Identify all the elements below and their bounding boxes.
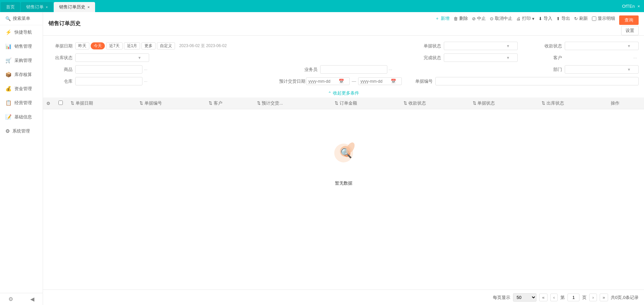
cancel-stop-button[interactable]: ⊙ 取消中止 [490, 15, 512, 22]
operations-icon: 📋 [5, 100, 12, 106]
empty-illustration: 🔍 [327, 136, 360, 176]
expected-date-from-input[interactable] [308, 79, 339, 84]
filter-row-2: 出库状态 ▾ 完成状态 ▾ 客户 ··· [48, 53, 639, 62]
show-detail-checkbox[interactable] [592, 16, 596, 21]
sidebar-item-system[interactable]: ⚙ 系统管理 [0, 124, 43, 138]
sidebar-item-basic-info[interactable]: 📝 基础信息 [0, 110, 43, 124]
sidebar-item-quick-nav[interactable]: ⚡ 快捷导航 [0, 25, 43, 39]
total-info: 共0页,0条记录 [611, 295, 639, 301]
order-number-label: 单据编号 [409, 78, 435, 84]
th-expected[interactable]: ⇅ 预计交货... [254, 98, 331, 109]
tab-sales-order-close[interactable]: × [46, 5, 48, 9]
tab-home[interactable]: 首页 [1, 2, 20, 12]
date-btn-today[interactable]: 今天 [91, 42, 105, 49]
tab-sales-order-history[interactable]: 销售订单历史 × [54, 2, 95, 12]
search-menu[interactable]: 🔍 搜索菜单 [0, 12, 43, 25]
date-buttons: 昨天 今天 近7天 近1月 更多 自定义 2023-06-02 至 2023-0… [75, 42, 227, 49]
sidebar-item-inventory[interactable]: 📦 库存核算 [0, 68, 43, 82]
select-all-checkbox[interactable] [58, 101, 63, 105]
salesperson-ellipsis[interactable]: ··· [389, 67, 392, 72]
last-page-button[interactable]: » [600, 294, 608, 301]
refresh-button[interactable]: ↻ 刷新 [574, 15, 588, 22]
expected-date-label: 预计交货日期 [279, 78, 306, 84]
calendar-to-icon[interactable]: 📅 [391, 79, 396, 84]
filter-row-4: 仓库 ··· 预计交货日期 📅 — 📅 单据编号 [48, 77, 639, 85]
basic-info-icon: 📝 [5, 114, 12, 120]
sidebar-item-basic-info-label: 基础信息 [14, 114, 32, 120]
page-unit-label: 页 [582, 295, 587, 301]
th-date[interactable]: ⇅ 单据日期 [67, 98, 136, 109]
salesperson-input[interactable] [320, 65, 387, 74]
system-icon: ⚙ [5, 128, 10, 134]
prev-page-button[interactable]: ‹ [550, 294, 558, 301]
tab-sales-order[interactable]: 销售订单 × [21, 2, 53, 12]
tab-sales-order-history-close[interactable]: × [87, 5, 89, 9]
delete-button[interactable]: 🗑 删除 [454, 15, 468, 22]
settings-button[interactable]: 设置 [621, 26, 639, 35]
show-detail-checkbox-label[interactable]: 显示明细 [592, 15, 615, 22]
page-number-input[interactable] [567, 294, 579, 301]
empty-svg: 🔍 [327, 136, 360, 170]
stop-button[interactable]: ⊘ 中止 [472, 15, 486, 22]
sidebar-item-finance[interactable]: 💰 资金管理 [0, 82, 43, 96]
order-number-input[interactable] [435, 77, 639, 85]
date-btn-7days[interactable]: 近7天 [106, 42, 123, 49]
date-btn-more[interactable]: 更多 [141, 42, 156, 49]
date-btn-custom[interactable]: 自定义 [157, 42, 175, 49]
order-status-select[interactable]: ▾ [444, 42, 518, 50]
main-content: 销售订单历史 ＋ + 新增 新增 🗑 删除 ⊘ 中止 [43, 12, 644, 305]
top-bar-close[interactable]: × [637, 4, 640, 9]
sidebar-item-sales-mgmt[interactable]: 📊 销售管理 [0, 39, 43, 53]
inventory-icon: 📦 [5, 72, 12, 78]
sidebar-collapse-icon[interactable]: ◀ [30, 296, 34, 302]
th-outbound-status[interactable]: ⇅ 出库状态 [538, 98, 607, 109]
query-button[interactable]: 查询 [619, 15, 639, 25]
th-amount[interactable]: ⇅ 订单金额 [331, 98, 400, 109]
search-icon: 🔍 [5, 16, 11, 21]
sidebar-item-purchase-mgmt[interactable]: 🛒 采购管理 [0, 53, 43, 68]
filter-row-3: 商品 ··· 业务员 ··· 部门 ▾ [48, 65, 639, 74]
new-button[interactable]: ＋ + 新增 新增 [435, 15, 449, 22]
warehouse-input[interactable] [75, 77, 142, 85]
customer-ellipsis[interactable]: ··· [633, 55, 637, 60]
first-page-button[interactable]: « [539, 294, 548, 301]
header-row: ⚙ ⇅ 单据日期 ⇅ 单据编号 ⇅ 客户 ⇅ 预计交货... ⇅ 订单金额 ⇅ … [43, 98, 644, 109]
th-checkbox[interactable] [55, 98, 67, 109]
date-btn-1month[interactable]: 近1月 [124, 42, 140, 49]
th-number[interactable]: ⇅ 单据编号 [136, 98, 205, 109]
receipt-status-select[interactable]: ▾ [565, 42, 639, 50]
sidebar-item-finance-label: 资金管理 [14, 86, 32, 92]
expected-date-to-input[interactable] [360, 79, 391, 84]
collapse-button[interactable]: ⌃ 收起更多条件 [48, 89, 639, 98]
customer-input[interactable] [565, 54, 632, 62]
page-size-select[interactable]: 50 10 20 100 [513, 293, 536, 302]
sidebar-settings-icon[interactable]: ⚙ [8, 296, 13, 302]
th-settings[interactable]: ⚙ [43, 98, 55, 109]
order-status-label: 单据状态 [417, 43, 444, 49]
date-btn-yesterday[interactable]: 昨天 [75, 42, 89, 49]
export-button[interactable]: ⬆ 导出 [556, 15, 570, 22]
next-page-button[interactable]: › [589, 294, 597, 301]
th-order-status[interactable]: ⇅ 单据状态 [469, 98, 538, 109]
warehouse-ellipsis[interactable]: ··· [144, 79, 147, 84]
top-tabs: 首页 销售订单 × 销售订单历史 × [0, 0, 95, 12]
top-bar-often[interactable]: OfTEn [622, 4, 635, 9]
date-separator: — [350, 79, 358, 84]
product-input[interactable] [75, 65, 142, 74]
th-receipt-status[interactable]: ⇅ 收款状态 [400, 98, 469, 109]
completion-status-select[interactable]: ▾ [444, 53, 518, 62]
print-button[interactable]: 🖨 打印 ▾ [516, 15, 534, 22]
stop-icon: ⊘ [472, 16, 476, 21]
purchase-mgmt-icon: 🛒 [5, 58, 12, 64]
import-button[interactable]: ⬇ 导入 [539, 15, 552, 22]
sidebar-item-operations[interactable]: 📋 经营管理 [0, 96, 43, 110]
finance-icon: 💰 [5, 86, 12, 92]
product-ellipsis[interactable]: ··· [144, 67, 147, 72]
department-select[interactable]: ▾ [565, 65, 639, 74]
product-label: 商品 [48, 67, 75, 73]
calendar-from-icon[interactable]: 📅 [339, 79, 344, 84]
outbound-status-select[interactable]: ▾ [75, 53, 149, 62]
app-body: 🔍 搜索菜单 ⚡ 快捷导航 📊 销售管理 🛒 采购管理 📦 库存核算 💰 资金管… [0, 12, 644, 305]
sidebar-item-inventory-label: 库存核算 [14, 72, 32, 78]
th-customer[interactable]: ⇅ 客户 [205, 98, 254, 109]
